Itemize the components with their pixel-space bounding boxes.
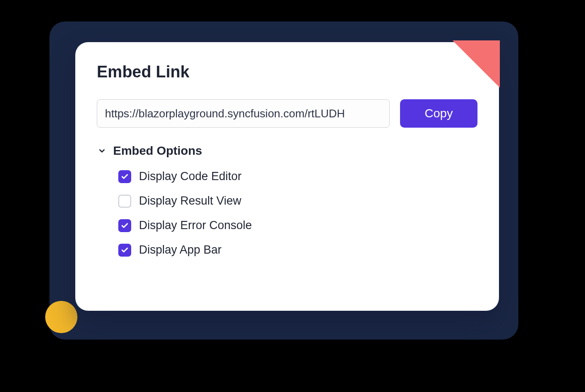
chevron-down-icon: [97, 146, 107, 156]
panel-title: Embed Link: [97, 63, 477, 81]
embed-options-title: Embed Options: [113, 144, 202, 158]
embed-url-input[interactable]: [97, 99, 390, 128]
option-label: Display Result View: [139, 194, 241, 208]
option-row[interactable]: Display App Bar: [118, 243, 477, 257]
option-row[interactable]: Display Code Editor: [118, 170, 477, 183]
checkbox[interactable]: [118, 195, 131, 208]
checkbox[interactable]: [118, 244, 131, 257]
option-label: Display Error Console: [139, 219, 252, 232]
option-label: Display Code Editor: [139, 170, 242, 183]
embed-options-toggle[interactable]: Embed Options: [97, 144, 477, 158]
option-row[interactable]: Display Error Console: [118, 219, 477, 232]
option-label: Display App Bar: [139, 243, 222, 257]
decorative-triangle-icon: [453, 40, 500, 88]
embed-options-list: Display Code EditorDisplay Result ViewDi…: [97, 170, 477, 257]
decorative-circle-icon: [45, 301, 77, 333]
option-row[interactable]: Display Result View: [118, 194, 477, 208]
checkbox[interactable]: [118, 219, 131, 232]
embed-link-panel: Embed Link Copy Embed Options Display Co…: [75, 42, 499, 311]
copy-button[interactable]: Copy: [400, 99, 477, 128]
checkbox[interactable]: [118, 170, 131, 183]
url-row: Copy: [97, 99, 477, 128]
